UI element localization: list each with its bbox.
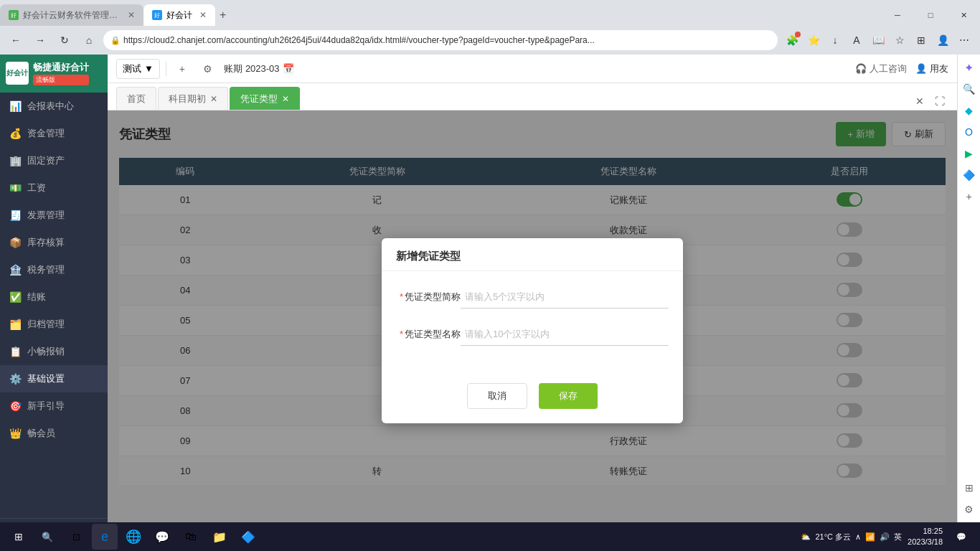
user-avatar-icon: 👤 <box>915 63 927 74</box>
collections-button[interactable]: ⊞ <box>911 30 931 50</box>
start-button[interactable]: ⊞ <box>6 525 32 548</box>
new-tab-button[interactable]: + <box>220 9 226 22</box>
tab-subjects[interactable]: 科目期初 ✕ <box>158 87 228 110</box>
win-maximize-button[interactable]: □ <box>914 2 947 28</box>
sidebar-item-archive[interactable]: 🗂️ 归档管理 <box>0 311 108 338</box>
bookmark-button[interactable]: ⭐ <box>804 30 824 50</box>
notif-dot <box>795 32 801 37</box>
add-company-button[interactable]: + <box>172 59 192 79</box>
taskbar-wechat[interactable]: 💬 <box>149 524 175 550</box>
forward-button[interactable]: → <box>30 30 50 50</box>
back-button[interactable]: ← <box>6 30 26 50</box>
favorites-button[interactable]: ☆ <box>890 30 910 50</box>
sidebar-item-assets[interactable]: 🏢 固定资产 <box>0 147 108 174</box>
tab-win-close-button[interactable]: ✕ <box>911 93 928 110</box>
consult-label: 人工咨询 <box>870 62 907 75</box>
taskbar-store[interactable]: 🛍 <box>178 524 204 550</box>
sidebar-item-member[interactable]: 👑 畅会员 <box>0 420 108 447</box>
copilot-icon[interactable]: ✦ <box>959 57 979 77</box>
taskbar-notification[interactable]: 💬 <box>948 524 974 550</box>
inventory-icon: 📦 <box>9 237 22 248</box>
period-value: 2023-03 <box>245 63 280 74</box>
sidebar-item-inventory[interactable]: 📦 库存核算 <box>0 229 108 256</box>
expense-icon: 📋 <box>9 346 22 357</box>
browser-tab-bar: 好 好会计云财务软件管理系统_会计 ✕ 好 好会计 ✕ + ─ □ ✕ <box>0 0 980 26</box>
member-icon: 👑 <box>9 428 22 439</box>
sidebar-item-member-label: 畅会员 <box>27 427 55 440</box>
home-button[interactable]: ⌂ <box>79 30 99 50</box>
sidebar-item-tax[interactable]: 🏦 税务管理 <box>0 256 108 283</box>
field-short-input[interactable] <box>461 286 669 309</box>
taskbar-chrome[interactable]: 🌐 <box>121 524 146 550</box>
extensions-button[interactable]: 🧩 <box>782 30 802 50</box>
workspace-dropdown-icon: ▼ <box>144 63 154 74</box>
taskbar-folder[interactable]: 📁 <box>207 524 232 550</box>
tab-win-expand-button[interactable]: ⛶ <box>931 93 948 110</box>
calendar-icon[interactable]: 📅 <box>283 63 294 74</box>
win-minimize-button[interactable]: ─ <box>881 2 914 28</box>
taskbar-sys-icons: ⛅ 21°C 多云 ∧ 📶 🔊 英 <box>801 532 902 542</box>
save-button[interactable]: 保存 <box>539 383 598 409</box>
taskbar-chevron-icon[interactable]: ∧ <box>855 532 861 542</box>
archive-icon: 🗂️ <box>9 319 22 330</box>
workspace-selector[interactable]: 测试 ▼ <box>116 59 160 79</box>
modal-overlay: 新增凭证类型 *凭证类型简称 *凭证类型名称 <box>108 110 957 551</box>
sidebar-item-settings-label: 基础设置 <box>27 372 65 385</box>
sidebar-extension2-icon[interactable]: O <box>959 122 979 142</box>
taskbar-search[interactable]: 🔍 <box>34 524 60 550</box>
profile-button[interactable]: 👤 <box>933 30 953 50</box>
tab-subjects-close[interactable]: ✕ <box>210 94 217 104</box>
sidebar-settings-icon[interactable]: ⚙ <box>959 499 979 519</box>
browser-tab-1[interactable]: 好 好会计云财务软件管理系统_会计 ✕ <box>0 4 143 26</box>
cancel-button[interactable]: 取消 <box>467 383 527 409</box>
invoice-icon: 🧾 <box>9 209 22 221</box>
tab2-close[interactable]: ✕ <box>199 10 207 20</box>
taskbar-edge[interactable]: e <box>92 524 118 550</box>
translate-button[interactable]: A <box>847 30 867 50</box>
sidebar-item-guide[interactable]: 🎯 新手引导 <box>0 392 108 420</box>
taskbar-task-view[interactable]: ⊡ <box>63 524 89 550</box>
topbar-divider1 <box>166 62 166 76</box>
sidebar-search-icon[interactable]: 🔍 <box>959 79 979 99</box>
taskbar-browser2[interactable]: 🔷 <box>235 524 261 550</box>
taskbar: ⊞ 🔍 ⊡ e 🌐 💬 🛍 📁 🔷 ⛅ 21°C 多云 ∧ 📶 🔊 <box>0 522 980 551</box>
reading-view-button[interactable]: 📖 <box>868 30 888 50</box>
download-button[interactable]: ↓ <box>825 30 845 50</box>
tab-voucher-type[interactable]: 凭证类型 ✕ <box>230 87 300 110</box>
tab2-title: 好会计 <box>166 9 192 22</box>
reload-button[interactable]: ↻ <box>55 30 75 50</box>
sidebar-item-expense[interactable]: 📋 小畅报销 <box>0 338 108 365</box>
url-bar[interactable]: 🔒 https://cloud2.chanjet.com/accounting/… <box>103 30 778 50</box>
settings-gear-button[interactable]: ⚙ <box>198 59 218 79</box>
sidebar-item-reports[interactable]: 📊 会报表中心 <box>0 93 108 120</box>
tax-icon: 🏦 <box>9 264 22 276</box>
sidebar-item-invoice[interactable]: 🧾 发票管理 <box>0 202 108 229</box>
sidebar-scroll: 📊 会报表中心 💰 资金管理 🏢 固定资产 💵 工资 🧾 发票管理 <box>0 93 108 518</box>
tab1-close[interactable]: ✕ <box>128 10 135 20</box>
content-area: 凭证类型 + 新增 ↻ 刷新 <box>108 110 957 551</box>
required-mark2: * <box>400 329 403 339</box>
logo-area: 好会计 畅捷通好合计 流畅版 <box>0 55 108 93</box>
logo-badge: 流畅版 <box>33 75 89 85</box>
close-icon: ✅ <box>9 291 22 303</box>
user-button[interactable]: 👤 用友 <box>915 62 948 75</box>
sidebar-item-settings[interactable]: ⚙️ 基础设置 <box>0 365 108 392</box>
win-close-button[interactable]: ✕ <box>947 2 980 28</box>
consult-button[interactable]: 🎧 人工咨询 <box>855 62 907 75</box>
sidebar-plus-icon[interactable]: + <box>959 187 979 207</box>
left-sidebar: 好会计 畅捷通好合计 流畅版 📊 会报表中心 💰 资金管理 🏢 固定资产 <box>0 55 108 551</box>
more-button[interactable]: ⋯ <box>954 30 974 50</box>
sidebar-extension3-icon[interactable]: ▶ <box>959 143 979 164</box>
sidebar-extension4-icon[interactable]: 🔷 <box>959 165 979 185</box>
app-topbar: 测试 ▼ + ⚙ 账期 2023-03 📅 🎧 人工咨询 <box>108 55 957 83</box>
sidebar-grid-icon[interactable]: ⊞ <box>959 478 979 498</box>
sidebar-item-close[interactable]: ✅ 结账 <box>0 283 108 311</box>
sidebar-extension1-icon[interactable]: ◆ <box>959 100 979 121</box>
address-bar: ← → ↻ ⌂ 🔒 https://cloud2.chanjet.com/acc… <box>0 26 980 55</box>
tab-homepage[interactable]: 首页 <box>116 87 156 110</box>
field-name-input[interactable] <box>461 323 669 346</box>
tab-voucher-close[interactable]: ✕ <box>282 94 289 104</box>
browser-tab-2[interactable]: 好 好会计 ✕ <box>143 4 215 26</box>
sidebar-item-salary[interactable]: 💵 工资 <box>0 174 108 202</box>
sidebar-item-funds[interactable]: 💰 资金管理 <box>0 120 108 147</box>
